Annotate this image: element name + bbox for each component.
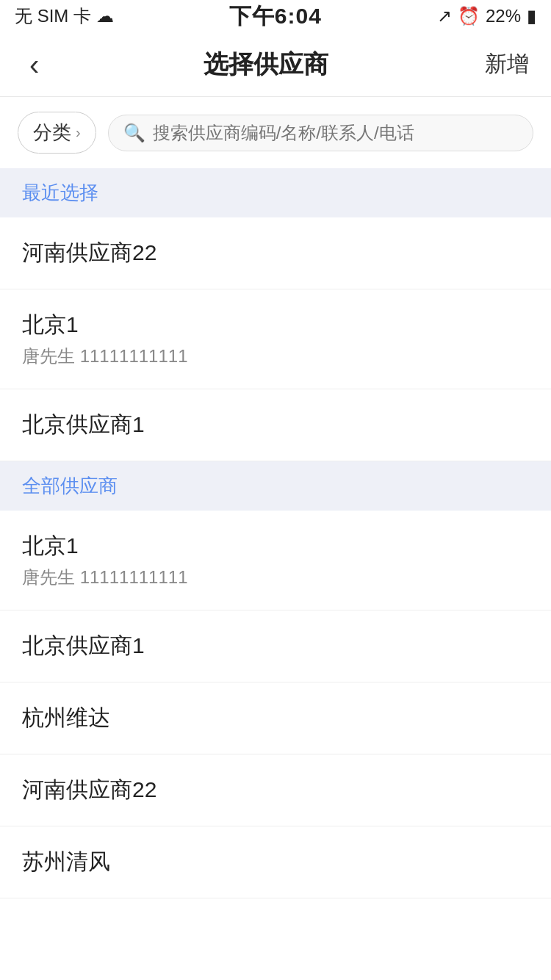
item-sub: 唐先生 11111111111 [22, 566, 529, 589]
recent-section-header: 最近选择 [0, 168, 551, 217]
item-name: 北京供应商1 [22, 410, 529, 440]
search-input[interactable] [153, 123, 518, 143]
status-bar: 无 SIM 卡 ☁ 下午6:04 ↗ ⏰ 22% ▮ [0, 0, 551, 32]
item-name: 河南供应商22 [22, 238, 529, 268]
status-time: 下午6:04 [229, 1, 322, 32]
status-left: 无 SIM 卡 ☁ [15, 4, 114, 28]
item-name: 苏州清风 [22, 847, 529, 877]
all-items-list: 北京1唐先生 11111111111北京供应商1杭州维达河南供应商22苏州清风 [0, 511, 551, 898]
sim-status: 无 SIM 卡 ☁ [15, 4, 114, 28]
battery-status: 22% [486, 6, 521, 26]
nav-bar: ‹ 选择供应商 新增 [0, 32, 551, 97]
list-item[interactable]: 苏州清风 [0, 826, 551, 898]
item-name: 河南供应商22 [22, 775, 529, 805]
recent-items-list: 河南供应商22北京1唐先生 11111111111北京供应商1 [0, 217, 551, 461]
list-item[interactable]: 北京供应商1 [0, 389, 551, 461]
status-right: ↗ ⏰ 22% ▮ [437, 6, 536, 26]
search-box: 🔍 [108, 115, 533, 151]
battery-icon: ▮ [527, 6, 536, 26]
page-title: 选择供应商 [204, 48, 328, 82]
item-name: 北京1 [22, 531, 529, 561]
list-item[interactable]: 北京1唐先生 11111111111 [0, 511, 551, 610]
add-button[interactable]: 新增 [485, 49, 529, 79]
category-label: 分类 [33, 120, 71, 145]
list-item[interactable]: 北京1唐先生 11111111111 [0, 289, 551, 389]
all-section-header: 全部供应商 [0, 461, 551, 511]
filter-bar: 分类 › 🔍 [0, 97, 551, 168]
item-name: 北京供应商1 [22, 631, 529, 661]
list-item[interactable]: 北京供应商1 [0, 610, 551, 682]
item-sub: 唐先生 11111111111 [22, 345, 529, 368]
location-icon: ↗ [437, 6, 452, 26]
category-button[interactable]: 分类 › [18, 112, 96, 154]
chevron-icon: › [76, 124, 81, 141]
back-button[interactable]: ‹ [22, 43, 46, 87]
alarm-icon: ⏰ [458, 6, 480, 26]
list-item[interactable]: 河南供应商22 [0, 754, 551, 826]
item-name: 杭州维达 [22, 703, 529, 733]
list-item[interactable]: 河南供应商22 [0, 217, 551, 289]
search-icon: 🔍 [123, 123, 145, 143]
list-item[interactable]: 杭州维达 [0, 682, 551, 754]
item-name: 北京1 [22, 310, 529, 340]
